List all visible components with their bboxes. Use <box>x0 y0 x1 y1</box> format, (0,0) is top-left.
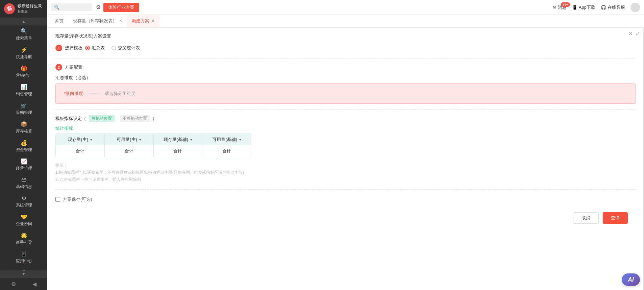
enterprise-icon: 🤝 <box>21 214 27 220</box>
col2-chevron-icon: ▾ <box>139 138 141 142</box>
sidebar-item-label: 应用中心 <box>16 258 32 264</box>
sidebar-item-enterprise[interactable]: 🤝 企业协同 <box>0 211 47 229</box>
step2-section: 2 方案配置 汇总维度（必选） *纵向维度 —— 请选择分组维度 模板指标设定（… <box>55 64 636 183</box>
sidebar-item-app-center[interactable]: 📱 应用中心 <box>0 248 47 267</box>
dimension-box: *纵向维度 —— 请选择分组维度 <box>55 83 636 104</box>
radio-summary-label: 汇总表 <box>92 45 105 51</box>
tip-item2: 2. 点击标题栏下拉可设置排序、插入列和删除列 <box>55 177 636 183</box>
resize-handle[interactable] <box>643 28 644 290</box>
sidebar-item-label: 系统管理 <box>16 202 32 208</box>
save-checkbox[interactable] <box>55 197 60 202</box>
new-scheme-tab-close[interactable]: ✕ <box>151 19 155 23</box>
stats-col4-header[interactable]: 可用量(基辅) ▾ <box>202 134 251 145</box>
app-icon: 📱 <box>572 5 577 10</box>
sidebar-item-guide[interactable]: 🌟 新手引导 <box>0 229 47 248</box>
tab-home[interactable]: 首页 <box>50 16 68 27</box>
indicator-settings-label: 模板指标设定（ 可拖动位置 不可拖动位置 ） <box>55 115 636 122</box>
app-edition: 标准版 <box>18 9 42 14</box>
stats-header-row: 现存量(主) ▾ 可用量(主) ▾ 现存量(基辅) ▾ <box>56 134 251 145</box>
radio-cross[interactable]: 交叉统计表 <box>112 45 140 51</box>
search-box[interactable]: 🔍 <box>51 3 92 11</box>
app-center-icon: 📱 <box>21 251 27 257</box>
close-panel-icon[interactable]: ✕ <box>628 30 633 37</box>
ai-badge[interactable]: Ai <box>622 273 640 286</box>
search-input[interactable] <box>61 5 88 10</box>
radio-summary[interactable]: 汇总表 <box>85 45 105 51</box>
step2-header: 2 方案配置 <box>55 64 636 71</box>
bottom-action-bar: 取消 查询 <box>55 208 636 228</box>
headset-icon: 🎧 <box>601 5 606 10</box>
col1-chevron-icon: ▾ <box>90 138 92 142</box>
purchase-icon: 🛒 <box>21 102 27 109</box>
sidebar-item-finance[interactable]: 💰 资金管理 <box>0 137 47 155</box>
sales-icon: 📊 <box>21 84 27 90</box>
stats-col2-header[interactable]: 可用量(主) ▾ <box>105 134 154 145</box>
step1-badge: 1 <box>55 45 62 51</box>
radio-summary-dot <box>85 46 90 50</box>
dimension-label: 汇总维度（必选） <box>55 75 636 81</box>
search-icon: 🔍 <box>54 5 59 10</box>
sidebar-footer: ⚙ ◀ <box>0 278 47 290</box>
stats-label: 统计指标 <box>55 125 636 131</box>
app-download-button[interactable]: 📱 App下载 <box>572 4 595 10</box>
sidebar-item-wechat[interactable]: 💬 企业微信 <box>0 267 47 270</box>
operations-icon: 📈 <box>21 158 27 165</box>
sidebar-nav: 🔍 搜索菜单 ⚡ 快捷导航 🎁 营销推广 📊 销售管理 🛒 采购管理 📦 库存核… <box>0 25 47 270</box>
stats-col1-value: 合计 <box>56 145 105 157</box>
sidebar-scroll-up[interactable]: ▲ <box>0 18 47 25</box>
guide-icon: 🌟 <box>21 232 27 239</box>
sidebar-item-label: 经营管理 <box>16 166 32 171</box>
stats-col2-value: 合计 <box>105 145 154 157</box>
tip-title: 提示： <box>55 163 636 168</box>
sidebar-item-label: 新手引导 <box>16 240 32 245</box>
cancel-button[interactable]: 取消 <box>573 212 599 224</box>
save-divider <box>55 189 636 190</box>
sidebar-scroll-down[interactable]: ▼ <box>0 270 47 278</box>
stats-col2-label: 可用量(主) <box>117 137 137 143</box>
indicator-divider <box>55 109 636 110</box>
sidebar-item-label: 营销推广 <box>16 73 32 78</box>
settings-footer-btn[interactable]: ⚙ <box>11 281 16 287</box>
expand-panel-icon[interactable]: ⤢ <box>636 30 640 37</box>
sidebar-item-quick-nav[interactable]: ⚡ 快捷导航 <box>0 44 47 63</box>
tip-item1: 1.拖动标题栏可以调整布局，不可跨维度或指标区域拖动栏目字段(只能在同一维度或指… <box>55 170 636 175</box>
inventory-tab-label: 现存量（库存状况表） <box>73 18 117 24</box>
indicator-suffix: ） <box>152 116 157 122</box>
stats-table: 现存量(主) ▾ 可用量(主) ▾ 现存量(基辅) ▾ <box>55 134 251 157</box>
tab-new-scheme[interactable]: 新建方案 ✕ <box>127 15 159 27</box>
message-icon: ✉ <box>553 5 556 10</box>
message-button[interactable]: ✉ 消息 99+ <box>553 4 567 10</box>
trial-button[interactable]: 体验行业方案 <box>103 3 139 12</box>
app-logo: 畅 畅康通好生意 标准版 <box>0 0 47 18</box>
sidebar-item-operations[interactable]: 📈 经营管理 <box>0 155 47 174</box>
content-area: ✕ ⤢ 现存量(库存状况表)方案设置 1 选择模板 汇总表 <box>47 28 644 290</box>
inventory-icon: 📦 <box>21 121 27 127</box>
step2-badge: 2 <box>55 64 62 71</box>
required-text: *纵向维度 <box>64 91 83 97</box>
draggable-badge: 可拖动位置 <box>89 115 115 122</box>
save-label: 方案保存(可选) <box>63 196 92 202</box>
stats-col1-header[interactable]: 现存量(主) ▾ <box>56 134 105 145</box>
stats-section: 统计指标 现存量(主) ▾ 可用量(主) ▾ <box>55 125 636 157</box>
sidebar-item-basic-info[interactable]: 🗃 基础信息 <box>0 174 47 192</box>
topbar-settings-icon[interactable]: ⚙ <box>96 4 101 10</box>
sidebar-item-marketing[interactable]: 🎁 营销推广 <box>0 63 47 81</box>
inventory-tab-close[interactable]: ✕ <box>119 19 122 23</box>
sidebar-item-purchase[interactable]: 🛒 采购管理 <box>0 100 47 118</box>
service-button[interactable]: 🎧 在线客服 <box>601 4 625 10</box>
confirm-button[interactable]: 查询 <box>603 212 628 224</box>
tabs-bar: 首页 现存量（库存状况表） ✕ 新建方案 ✕ <box>47 15 644 28</box>
stats-col3-header[interactable]: 现存量(基辅) ▾ <box>154 134 203 145</box>
message-badge: 99+ <box>561 2 570 7</box>
tab-inventory[interactable]: 现存量（库存状况表） ✕ <box>68 15 127 27</box>
sidebar-item-label: 采购管理 <box>16 110 32 116</box>
sidebar-item-sales[interactable]: 📊 销售管理 <box>0 81 47 100</box>
sidebar-item-search[interactable]: 🔍 搜索菜单 <box>0 25 47 44</box>
collapse-footer-btn[interactable]: ◀ <box>32 281 36 287</box>
sidebar-item-inventory[interactable]: 📦 库存核算 <box>0 118 47 137</box>
sidebar-item-system[interactable]: ⚙ 系统管理 <box>0 192 47 211</box>
user-avatar[interactable] <box>630 3 640 12</box>
step1-header: 1 选择模板 汇总表 交叉统计表 <box>55 45 636 51</box>
non-draggable-badge: 不可拖动位置 <box>120 115 150 122</box>
step1-section: 1 选择模板 汇总表 交叉统计表 <box>55 45 636 51</box>
